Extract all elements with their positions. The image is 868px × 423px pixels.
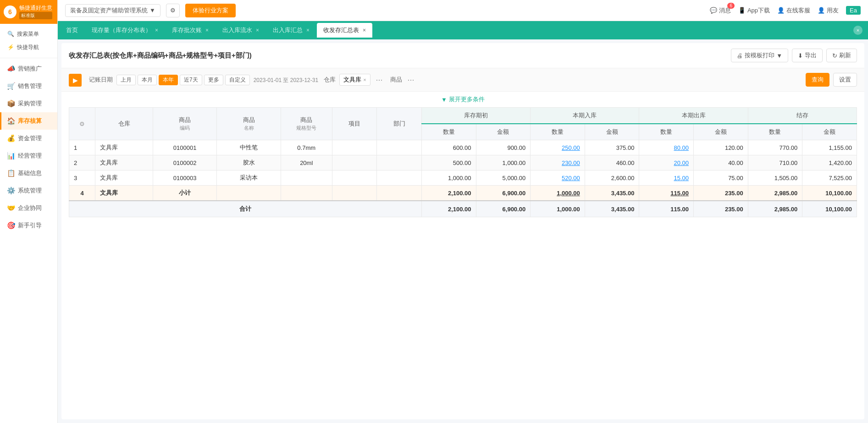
sidebar-logo[interactable]: 6 畅捷通好生意 标准版 <box>0 0 57 24</box>
subtotal-in-qty[interactable]: 1,000.00 <box>531 186 585 201</box>
search-menu-item[interactable]: 🔍 搜索菜单 <box>4 27 54 41</box>
date-btn-7days[interactable]: 近7天 <box>180 75 202 85</box>
col-header-out-qty: 数量 <box>639 124 694 140</box>
cell-out-qty-1[interactable]: 80.00 <box>639 140 694 155</box>
subtotal-opening-amt: 6,900.00 <box>476 186 531 201</box>
cell-opening-amt-2: 1,000.00 <box>476 155 531 170</box>
search-icon: 🔍 <box>7 31 14 37</box>
user-action[interactable]: 👤 用友 <box>818 6 839 15</box>
cell-seq-1: 1 <box>69 140 95 155</box>
tab-inventory-dist[interactable]: 现存量（库存分布表） × <box>85 23 165 38</box>
cell-out-qty-3[interactable]: 15.00 <box>639 170 694 186</box>
sidebar-item-inventory[interactable]: 🏠 库存核算 <box>0 112 57 130</box>
print-arrow-icon: ▼ <box>776 52 782 59</box>
tab-batch-account[interactable]: 库存批次账 × <box>166 23 215 38</box>
date-btn-this-year[interactable]: 本年 <box>159 75 178 85</box>
tab-close-recv-send-summary[interactable]: × <box>363 27 366 33</box>
cell-out-amt-1: 120.00 <box>694 140 748 155</box>
settings-filter-button[interactable]: 设置 <box>833 73 857 87</box>
message-badge: 6 <box>727 3 735 9</box>
tab-close-in-out-flow[interactable]: × <box>256 27 259 33</box>
sidebar: 6 畅捷通好生意 标准版 🔍 搜索菜单 ⚡ 快捷导航 📣 营销推广 🛒 销售管理… <box>0 0 58 423</box>
system-selector[interactable]: 装备及固定资产辅助管理系统 ▼ <box>65 4 160 17</box>
cell-project-1 <box>332 140 377 155</box>
expand-btn[interactable]: ▼ 展开更多条件 <box>441 95 485 104</box>
sidebar-item-purchase[interactable]: 📦 采购管理 <box>0 95 57 112</box>
warehouse-filter-label: 仓库 <box>324 76 336 84</box>
tab-in-out-flow[interactable]: 出入库流水 × <box>216 23 265 38</box>
message-action[interactable]: 💬 消息 6 <box>710 6 731 15</box>
subtotal-opening-qty: 2,100.00 <box>421 186 476 201</box>
warehouse-tag-close-icon[interactable]: × <box>363 77 366 82</box>
sidebar-item-guide[interactable]: 🎯 新手引导 <box>0 217 57 234</box>
sidebar-item-operations[interactable]: 📊 经营管理 <box>0 147 57 165</box>
sidebar-item-system[interactable]: ⚙️ 系统管理 <box>0 182 57 199</box>
export-button[interactable]: ⬇ 导出 <box>792 49 823 62</box>
page-content: 收发存汇总表(按仓库+商品编码+商品+规格型号+项目+部门) 🖨 按模板打印 ▼… <box>58 39 868 423</box>
refresh-button[interactable]: ↻ 刷新 <box>826 49 857 62</box>
settings-button[interactable]: ⚙ <box>166 4 180 17</box>
cell-opening-qty-2: 500.00 <box>421 155 476 170</box>
marketing-icon: 📣 <box>7 65 15 73</box>
table-row: 2 文具库 0100002 胶水 20ml 500.00 1,000.00 23… <box>69 155 857 170</box>
query-button[interactable]: 查询 <box>806 73 829 87</box>
top-header: 装备及固定资产辅助管理系统 ▼ ⚙ 体验行业方案 💬 消息 6 📱 App下载 … <box>58 0 868 21</box>
warehouse-tag[interactable]: 文具库 × <box>339 74 370 86</box>
col-header-project: 项目 <box>332 108 377 140</box>
quick-nav-item[interactable]: ⚡ 快捷导航 <box>4 41 54 54</box>
sidebar-item-finance[interactable]: 💰 资金管理 <box>0 130 57 147</box>
cell-in-amt-1: 375.00 <box>585 140 639 155</box>
tab-home[interactable]: 首页 <box>60 23 84 38</box>
cell-name-3: 采访本 <box>217 170 281 186</box>
tab-recv-send-summary[interactable]: 收发存汇总表 × <box>317 23 372 38</box>
cell-closing-amt-2: 1,420.00 <box>802 155 857 170</box>
refresh-icon: ↻ <box>832 52 837 59</box>
online-service-action[interactable]: 👤 在线客服 <box>777 6 810 15</box>
header-right: 💬 消息 6 📱 App下载 👤 在线客服 👤 用友 Ea <box>710 6 861 15</box>
subtotal-closing-qty: 2,985.00 <box>748 186 802 201</box>
col-header-warehouse: 仓库 <box>95 108 153 140</box>
totals-opening-qty: 2,100.00 <box>421 201 476 217</box>
date-filter-group: 记账日期 上月 本月 本年 近7天 更多 自定义 2023-01-01 至 20… <box>89 75 318 85</box>
sidebar-item-marketing[interactable]: 📣 营销推广 <box>0 60 57 77</box>
cell-out-qty-2[interactable]: 20.00 <box>639 155 694 170</box>
app-download-action[interactable]: 📱 App下载 <box>738 6 770 15</box>
experience-button[interactable]: 体验行业方案 <box>185 4 236 17</box>
goods-ellipsis[interactable]: ··· <box>406 75 416 85</box>
sidebar-item-collab[interactable]: 🤝 企业协同 <box>0 199 57 217</box>
date-btn-custom[interactable]: 自定义 <box>225 75 250 85</box>
tab-close-inventory-dist[interactable]: × <box>155 27 158 33</box>
tab-bar-close[interactable]: × <box>853 26 862 35</box>
tab-in-out-summary[interactable]: 出入库汇总 × <box>266 23 316 38</box>
cell-dept-3 <box>377 170 422 186</box>
table-settings-icon[interactable]: ⚙ <box>77 119 87 128</box>
cell-warehouse-2: 文具库 <box>95 155 153 170</box>
collab-icon: 🤝 <box>7 204 15 212</box>
table-row: 3 文具库 0100003 采访本 1,000.00 5,000.00 520.… <box>69 170 857 186</box>
col-header-closing-qty: 数量 <box>748 124 802 140</box>
filter-toggle-button[interactable]: ▶ <box>69 74 82 87</box>
logo-badge: 标准版 <box>19 12 52 19</box>
cell-name-1: 中性笔 <box>217 140 281 155</box>
goods-filter-group: 商品 ··· <box>390 75 416 85</box>
date-btn-more[interactable]: 更多 <box>204 75 223 85</box>
cell-out-amt-3: 75.00 <box>694 170 748 186</box>
totals-label: 合计 <box>69 201 422 217</box>
date-btn-last-month[interactable]: 上月 <box>116 75 136 85</box>
tab-close-in-out-summary[interactable]: × <box>306 27 310 33</box>
sidebar-item-basic[interactable]: 📋 基础信息 <box>0 165 57 182</box>
tab-close-batch-account[interactable]: × <box>205 27 209 33</box>
date-btn-this-month[interactable]: 本月 <box>138 75 157 85</box>
subtotal-out-qty[interactable]: 115.00 <box>639 186 694 201</box>
cell-in-qty-3[interactable]: 520.00 <box>531 170 585 186</box>
warehouse-ellipsis[interactable]: ··· <box>374 75 385 85</box>
system-icon: ⚙️ <box>7 187 15 195</box>
user-icon: 👤 <box>818 7 825 14</box>
selector-arrow-icon: ▼ <box>149 7 155 14</box>
col-header-settings: ⚙ <box>69 108 95 140</box>
col-header-closing-amt: 金额 <box>802 124 857 140</box>
cell-in-qty-1[interactable]: 250.00 <box>531 140 585 155</box>
print-button[interactable]: 🖨 按模板打印 ▼ <box>731 49 788 62</box>
cell-in-qty-2[interactable]: 230.00 <box>531 155 585 170</box>
sidebar-item-sales[interactable]: 🛒 销售管理 <box>0 77 57 95</box>
